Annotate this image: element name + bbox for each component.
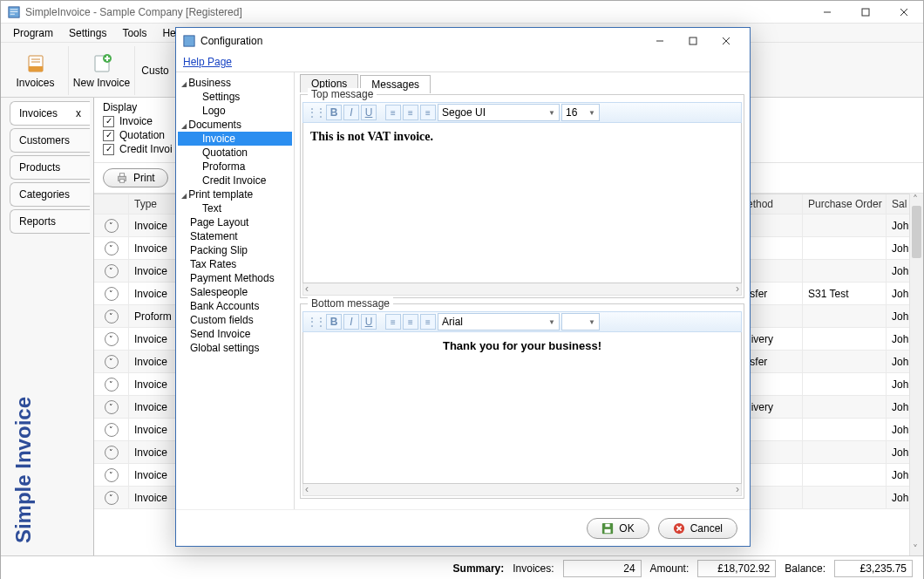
menu-settings[interactable]: Settings <box>62 25 113 41</box>
svg-rect-2 <box>10 11 18 12</box>
filter-label: Invoice <box>119 115 153 127</box>
sidetab-customers[interactable]: Customers <box>10 128 90 153</box>
font-family-select[interactable]: Arial▼ <box>438 313 560 330</box>
top-editor-scrollbar[interactable] <box>302 283 742 296</box>
font-family-value: Arial <box>442 316 463 328</box>
grip-icon: ⋮⋮ <box>307 316 324 328</box>
tree-packing-slip[interactable]: Packing Slip <box>178 243 292 257</box>
amount-label: Amount: <box>650 562 690 575</box>
sidetab-invoices[interactable]: Invoices x <box>10 101 90 126</box>
tree-payment-methods[interactable]: Payment Methods <box>178 271 292 285</box>
cancel-label: Cancel <box>690 522 723 535</box>
tree-documents[interactable]: Documents <box>178 118 292 132</box>
top-message-editor[interactable]: This is not VAT invoice. <box>302 123 742 283</box>
sidetab-reports[interactable]: Reports <box>10 209 90 234</box>
row-menu-icon[interactable]: ˅ <box>105 400 119 414</box>
sidetab-close-icon[interactable]: x <box>76 107 81 119</box>
underline-button[interactable]: U <box>361 105 377 120</box>
tree-business[interactable]: Business <box>178 76 292 90</box>
row-menu-icon[interactable]: ˅ <box>105 310 119 324</box>
tree-invoice[interactable]: Invoice <box>178 132 292 146</box>
sidetab-products[interactable]: Products <box>10 155 90 180</box>
tree-text[interactable]: Text <box>178 201 292 215</box>
minimize-button[interactable] <box>808 1 846 24</box>
bold-button[interactable]: B <box>326 105 342 120</box>
dialog-footer: OK Cancel <box>176 509 750 546</box>
tree-statement[interactable]: Statement <box>178 229 292 243</box>
svg-rect-20 <box>690 37 696 44</box>
row-menu-icon[interactable]: ˅ <box>105 219 119 233</box>
tree-quotation[interactable]: Quotation <box>178 146 292 160</box>
dialog-maximize-button[interactable] <box>676 28 710 54</box>
row-menu-icon[interactable]: ˅ <box>105 332 119 346</box>
row-menu-icon[interactable]: ˅ <box>105 423 119 437</box>
dialog-close-button[interactable] <box>710 28 743 54</box>
bold-button[interactable]: B <box>326 314 342 330</box>
align-right-button[interactable]: ≡ <box>420 314 436 330</box>
menu-tools[interactable]: Tools <box>115 25 153 41</box>
top-message-group: Top message ⋮⋮ B I U ≡ ≡ ≡ Segoe UI▼ <box>300 94 744 298</box>
align-left-button[interactable]: ≡ <box>385 105 401 120</box>
align-center-button[interactable]: ≡ <box>403 314 418 330</box>
align-left-button[interactable]: ≡ <box>385 314 401 330</box>
tree-settings[interactable]: Settings <box>178 90 292 104</box>
table-vertical-scrollbar[interactable] <box>909 194 923 555</box>
font-size-value: 16 <box>566 106 577 119</box>
font-size-select[interactable]: 16▼ <box>561 104 600 121</box>
row-menu-icon[interactable]: ˅ <box>105 491 119 505</box>
config-right-pane: Options Messages Top message ⋮⋮ B I U ≡ <box>295 72 750 509</box>
close-button[interactable] <box>885 1 923 24</box>
chevron-down-icon: ▼ <box>548 318 555 326</box>
tree-bank-accounts[interactable]: Bank Accounts <box>178 299 292 313</box>
italic-button[interactable]: I <box>343 105 359 120</box>
balance-label: Balance: <box>785 562 825 575</box>
row-menu-icon[interactable]: ˅ <box>105 242 119 255</box>
svg-rect-24 <box>605 528 611 532</box>
filter-label: Quotation <box>119 129 165 141</box>
row-menu-icon[interactable]: ˅ <box>105 378 119 392</box>
bottom-editor-scrollbar[interactable] <box>302 484 742 496</box>
print-button[interactable]: Print <box>103 168 168 187</box>
chevron-down-icon: ▼ <box>548 109 555 117</box>
tree-credit-invoice[interactable]: Credit Invoice <box>178 174 292 187</box>
bottom-rte-toolbar: ⋮⋮ B I U ≡ ≡ ≡ Arial▼ ▼ <box>302 311 742 332</box>
align-center-button[interactable]: ≡ <box>403 105 418 120</box>
italic-button[interactable]: I <box>343 314 359 330</box>
help-page-link[interactable]: Help Page <box>176 54 750 72</box>
tree-custom-fields[interactable]: Custom fields <box>178 313 292 327</box>
toolbar-invoices-label: Invoices <box>16 77 54 89</box>
font-size-select[interactable]: ▼ <box>561 313 600 330</box>
row-menu-icon[interactable]: ˅ <box>105 287 119 301</box>
tree-global-settings[interactable]: Global settings <box>178 341 292 355</box>
tree-tax-rates[interactable]: Tax Rates <box>178 257 292 271</box>
toolbar-new-invoice-button[interactable]: New Invoice <box>69 46 135 95</box>
ok-button[interactable]: OK <box>587 518 649 539</box>
brand-vertical-text: Simple Invoice <box>11 397 36 543</box>
tree-salespeople[interactable]: Salespeople <box>178 285 292 299</box>
maximize-button[interactable] <box>846 1 885 24</box>
config-tree: Business Settings Logo Documents Invoice… <box>176 72 295 509</box>
underline-button[interactable]: U <box>361 314 377 330</box>
font-family-select[interactable]: Segoe UI▼ <box>438 104 560 121</box>
toolbar-new-invoice-label: New Invoice <box>73 77 130 89</box>
align-right-button[interactable]: ≡ <box>420 105 436 120</box>
row-menu-icon[interactable]: ˅ <box>105 355 119 369</box>
cancel-button[interactable]: Cancel <box>658 518 737 539</box>
toolbar-custo-button[interactable]: Custo <box>135 46 175 95</box>
bottom-message-editor[interactable]: Thank you for your business! <box>302 332 742 484</box>
toolbar-invoices-button[interactable]: Invoices <box>3 46 69 95</box>
tree-send-invoice[interactable]: Send Invoice <box>178 327 292 341</box>
col-purchase-order[interactable]: Purchase Order <box>803 194 887 214</box>
tree-print-template[interactable]: Print template <box>178 187 292 201</box>
tree-proforma[interactable]: Proforma <box>178 160 292 174</box>
dialog-minimize-button[interactable] <box>643 28 676 54</box>
menu-program[interactable]: Program <box>6 25 60 41</box>
tree-page-layout[interactable]: Page Layout <box>178 215 292 229</box>
row-menu-icon[interactable]: ˅ <box>105 446 119 460</box>
row-menu-icon[interactable]: ˅ <box>105 468 119 482</box>
sidetab-categories[interactable]: Categories <box>10 182 90 207</box>
cell-purchase-order <box>803 487 887 508</box>
cell-purchase-order <box>803 328 887 350</box>
tree-logo[interactable]: Logo <box>178 104 292 118</box>
row-menu-icon[interactable]: ˅ <box>105 264 119 278</box>
